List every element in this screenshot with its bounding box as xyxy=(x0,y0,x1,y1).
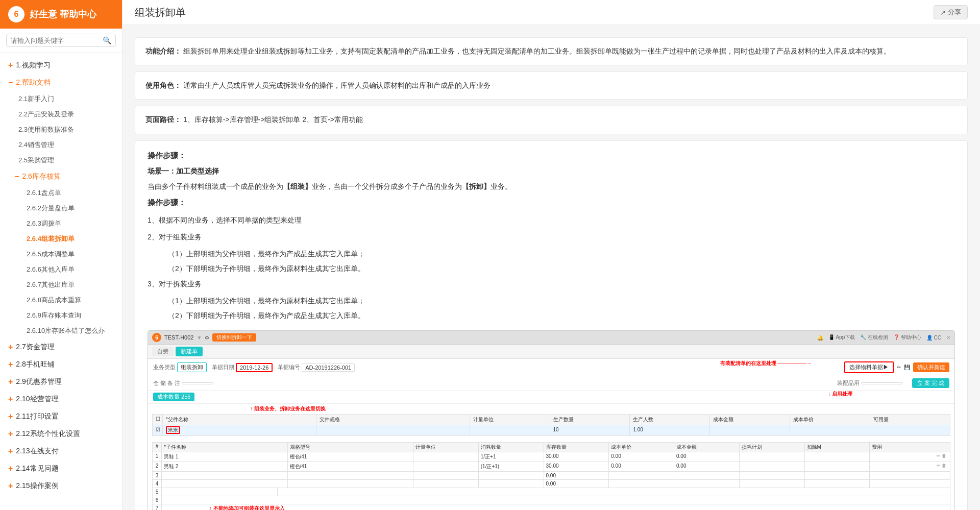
tab-new-doc[interactable]: 新建单 xyxy=(176,347,203,356)
sidebar-item-label: 2.14常见问题 xyxy=(16,464,58,473)
cell-deduct xyxy=(805,472,870,479)
share-button[interactable]: ↗ 分享 xyxy=(934,5,968,19)
sidebar-item-sales[interactable]: 2.4销售管理 xyxy=(0,137,122,153)
func-intro-label: 功能介绍： xyxy=(145,47,181,55)
sidebar-item-other-out[interactable]: 2.6.7其他出库单 xyxy=(0,277,122,293)
help-icon: ❓ 帮助中心 xyxy=(893,334,921,341)
sidebar-item-label: 2.15操作案例 xyxy=(16,481,58,491)
confirm-btn[interactable]: 立 案 完 成 xyxy=(912,378,949,388)
annotation-enable: ↓ 启用处理 xyxy=(828,391,852,398)
doc-date-value[interactable]: 2019-12-26 xyxy=(236,363,273,372)
col-prod-persons: 生产人数 xyxy=(630,415,710,425)
confirm-new-btn[interactable]: 确认并新建 xyxy=(913,362,949,372)
sidebar-item-label: 2.6库存核算 xyxy=(22,172,60,181)
sidebar-item-ledger-query[interactable]: 2.6.9库存账本查询 xyxy=(0,308,122,323)
cell-sub-spec: 橙色/41 xyxy=(288,452,414,462)
field-biz-type: 业务类型 组装拆卸 xyxy=(153,362,207,372)
doc-type-btn[interactable]: 切换到拆卸一下 xyxy=(212,333,256,342)
expand-icon-2-13: + xyxy=(8,447,13,456)
sidebar-item-data-prep[interactable]: 2.3使用前数据准备 xyxy=(0,122,122,137)
sidebar-item-ledger-fix[interactable]: 2.6.10库存账本错了怎么办 xyxy=(0,323,122,338)
tab-self-pay[interactable]: 自费 xyxy=(152,347,174,356)
settings-icon: ⚙ xyxy=(205,335,209,341)
window-right: 🔔 📱 App下载 🔧 在线检测 ❓ 帮助中心 👤 CC ✕ xyxy=(817,334,950,341)
cell-no: 3 xyxy=(153,472,162,479)
sidebar-item-sys-config[interactable]: + 2.12系统个性化设置 xyxy=(0,425,122,443)
sidebar-item-help-docs[interactable]: − 2.帮助文档 xyxy=(0,74,122,91)
col-no: # xyxy=(153,443,162,452)
sidebar-item-assembly[interactable]: 2.6.4组装拆卸单 xyxy=(0,231,122,247)
mock-tabs-bar: 自费 新建单 xyxy=(148,345,954,359)
func-intro-text: 组装拆卸单用来处理企业组装或拆卸等加工业务，支持有固定装配清单的产品加工业务，也… xyxy=(183,47,891,55)
cell-sub-amount xyxy=(674,480,740,488)
col-cost: 费用 xyxy=(870,443,935,452)
warehouse-input[interactable] xyxy=(182,382,213,384)
sidebar-item-transfer[interactable]: 2.6.3调拨单 xyxy=(0,216,122,231)
sidebar-item-label: 2.帮助文档 xyxy=(16,78,51,87)
sidebar-item-coupon[interactable]: + 2.9优惠券管理 xyxy=(0,373,122,391)
screenshot: 6 TEST-H002 ▼ ⚙ 切换到拆卸一下 🔔 📱 App下载 🔧 在线检测… xyxy=(148,330,955,510)
cell-loss xyxy=(740,472,805,479)
row-available xyxy=(870,425,950,435)
cell-sub-amount xyxy=(674,472,740,479)
sidebar-item-stocktake[interactable]: 2.6.1盘点单 xyxy=(0,185,122,201)
row-edit-btn[interactable]: ✏ xyxy=(937,463,941,470)
row-checkbox[interactable]: ☑ xyxy=(153,425,163,435)
cell-sub-name: 男鞋 1 xyxy=(162,452,288,462)
user-icon: 👤 CC xyxy=(926,335,941,341)
expand-icon-2-14: + xyxy=(8,464,13,473)
edit-icon[interactable]: ✏ xyxy=(897,365,901,370)
sidebar-item-cases[interactable]: + 2.15操作案例 xyxy=(0,477,122,495)
assembly-input[interactable] xyxy=(861,382,903,384)
sidebar-item-finance[interactable]: + 2.7资金管理 xyxy=(0,338,122,356)
expand-icon-2-8: + xyxy=(8,360,13,369)
sidebar-item-beginner[interactable]: 2.1新手入门 xyxy=(0,91,122,107)
cell-cost xyxy=(870,452,935,462)
scene1-desc: 当由多个子件材料组装成一个成品的业务为【组装】业务，当由一个父件拆分成多个子产品… xyxy=(148,180,955,193)
annotation-add: ↑ 不能地添加可组装在这里显示入 xyxy=(209,505,285,510)
sidebar-item-mobile[interactable]: + 2.8手机旺铺 xyxy=(0,356,122,373)
sidebar-item-inventory[interactable]: − 2.6库存核算 xyxy=(0,168,122,185)
row-delete-btn[interactable]: 🗑 xyxy=(942,463,946,470)
step2-2: （2）下部明细为子件明细，最终作为原材料生成其它出库单。 xyxy=(148,262,955,275)
sidebar-header: 6 好生意 帮助中心 xyxy=(0,0,122,29)
cell-deduct xyxy=(805,480,870,488)
sidebar-item-cost-adjust[interactable]: 2.6.5成本调整单 xyxy=(0,247,122,262)
col-sub-price: 成本单价 xyxy=(609,443,674,452)
save-icon[interactable]: 💾 xyxy=(904,365,910,370)
sidebar-item-cost-recalc[interactable]: 2.6.8商品成本重算 xyxy=(0,293,122,308)
ops-block: 操作步骤： 场景一：加工类型选择 当由多个子件材料组装成一个成品的业务为【组装】… xyxy=(135,140,968,510)
sidebar-item-video-learning[interactable]: + 1.视频学习 xyxy=(0,57,122,74)
col-actions xyxy=(935,443,950,452)
annotation-switch: ↑ 组装业务、拆卸业务在这里切换 xyxy=(250,405,326,412)
row-parent-name: 米米 xyxy=(163,425,316,435)
sidebar-item-print[interactable]: + 2.11打印设置 xyxy=(0,408,122,425)
row-prod-qty: 10 xyxy=(550,425,630,435)
col-available: 可用量 xyxy=(870,415,950,425)
select-bom-btn[interactable]: 选择物料单据▶ xyxy=(844,361,894,373)
expand-icon-2-10: + xyxy=(8,395,13,404)
row-delete-btn[interactable]: 🗑 xyxy=(942,453,946,460)
row-edit-btn[interactable]: ✏ xyxy=(937,453,941,460)
cell-no: 5 xyxy=(153,488,162,496)
step2: 2、对于组装业务 xyxy=(148,231,955,244)
search-input[interactable] xyxy=(11,37,103,44)
col-cost-price: 成本单价 xyxy=(790,415,870,425)
biz-type-value[interactable]: 组装拆卸 xyxy=(177,362,207,372)
sidebar-item-other-in[interactable]: 2.6.6其他入库单 xyxy=(0,262,122,277)
sidebar-item-ops-mgmt[interactable]: + 2.10经营管理 xyxy=(0,391,122,408)
sidebar-item-online-pay[interactable]: + 2.13在线支付 xyxy=(0,443,122,460)
cell-sub-price: 0.00 xyxy=(609,452,674,462)
close-icon[interactable]: ✕ xyxy=(946,335,950,341)
sidebar-item-purchase[interactable]: 2.5采购管理 xyxy=(0,153,122,168)
sidebar-item-split-stocktake[interactable]: 2.6.2分量盘点单 xyxy=(0,201,122,216)
search-icon[interactable]: 🔍 xyxy=(103,36,111,44)
doc-no-value: AD-20191226-001 xyxy=(302,363,355,372)
sidebar-item-install-login[interactable]: 2.2产品安装及登录 xyxy=(0,107,122,122)
lower-table-container: ↑ 不能地添加可组装在这里显示入 # *子件名称 规格型号 计量单位 消耗数量 … xyxy=(148,438,954,510)
col-cost-amount: 成本金额 xyxy=(710,415,790,425)
sidebar-item-faq[interactable]: + 2.14常见问题 xyxy=(0,460,122,477)
search-input-wrap[interactable]: 🔍 xyxy=(6,34,116,47)
sidebar-item-label: 2.9优惠券管理 xyxy=(16,377,61,386)
cell-sub-spec xyxy=(288,472,414,479)
